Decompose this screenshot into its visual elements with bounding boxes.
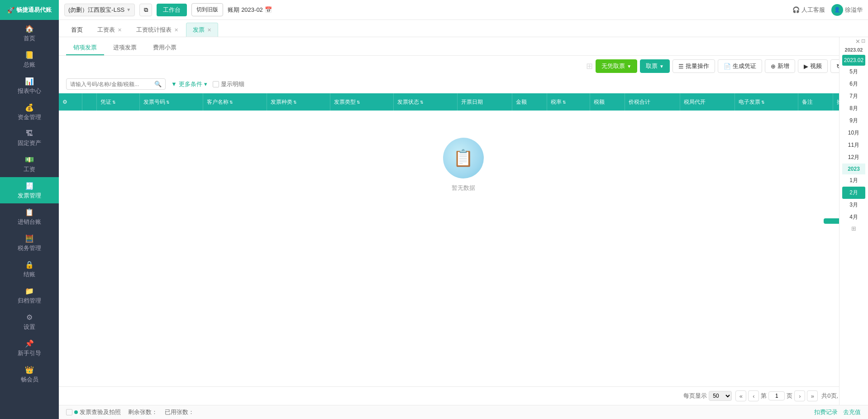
- filter-bar: 🔍 ▼ 更多条件 ▾ 显示明细: [59, 77, 868, 93]
- scroll-down-icon[interactable]: ⊞: [842, 223, 865, 234]
- date-month-10月[interactable]: 10月: [842, 127, 865, 139]
- sidebar-item-archive[interactable]: 📁归档管理: [0, 282, 59, 308]
- date-month-7月[interactable]: 7月: [842, 90, 865, 102]
- more-conditions-button[interactable]: ▼ 更多条件 ▾: [171, 80, 207, 88]
- search-icon[interactable]: 🔍: [154, 81, 162, 87]
- user-profile[interactable]: 👤 徐溢华: [831, 4, 863, 16]
- date-month-3月[interactable]: 3月: [842, 199, 865, 211]
- tab-label: 首页: [71, 26, 83, 34]
- generate-voucher-button[interactable]: 📄 生成凭证: [718, 59, 762, 73]
- workbench-button[interactable]: 工作台: [157, 4, 187, 16]
- sidebar-item-settings[interactable]: ⚙设置: [0, 308, 59, 335]
- get-ticket-button[interactable]: 取票 ▼: [640, 59, 670, 73]
- sidebar-item-home[interactable]: 🏠首页: [0, 20, 59, 46]
- open-period-button[interactable]: 开账日期: [824, 218, 839, 224]
- col-invoice_category[interactable]: 发票类型⇅: [330, 93, 394, 111]
- col-electronic[interactable]: 电子发票⇅: [735, 93, 798, 111]
- verify-checkbox[interactable]: [66, 409, 72, 415]
- col-tax: 税额: [590, 93, 625, 111]
- batch-operation-button[interactable]: ☰ 批量操作: [672, 59, 715, 73]
- col-voucher[interactable]: 凭证⇅: [96, 93, 139, 111]
- ledger-icon: 📒: [25, 51, 34, 59]
- prev-page-button[interactable]: ‹: [748, 390, 759, 401]
- show-detail-toggle[interactable]: 显示明细: [213, 80, 244, 88]
- sidebar-item-invoice[interactable]: 🧾发票管理: [0, 177, 59, 203]
- view-toggle-icon[interactable]: ⊞: [586, 61, 593, 71]
- tab-close-icon[interactable]: ✕: [207, 27, 211, 33]
- sidebar-label: 发票管理: [18, 192, 41, 200]
- sidebar-item-capital[interactable]: 💰资金管理: [0, 99, 59, 125]
- copy-button[interactable]: ⧉: [139, 4, 152, 16]
- page-label: 第: [761, 392, 767, 400]
- sidebar-label: 固定资产: [18, 139, 41, 147]
- calendar-icon[interactable]: 📅: [265, 6, 272, 13]
- date-panel-close-button[interactable]: ✕: [855, 38, 860, 45]
- date-month-1月[interactable]: 1月: [842, 174, 865, 187]
- search-input[interactable]: [70, 81, 152, 87]
- date-month-12月[interactable]: 12月: [842, 151, 865, 164]
- date-month-8月[interactable]: 8月: [842, 102, 865, 115]
- video-icon: ▶: [804, 63, 808, 70]
- subtab-expense-receipt[interactable]: 费用小票: [146, 41, 184, 55]
- sidebar-label: 总账: [24, 61, 35, 69]
- date-panel-close-row: ✕ ⊡: [839, 37, 868, 45]
- old-version-button[interactable]: 切到旧版: [191, 3, 223, 16]
- content-area: 销项发票进项发票费用小票 ⊞ 无凭取票 ▼ 取票 ▼ ☰ 批量操作 📄: [59, 37, 868, 405]
- tax-icon: 🧮: [25, 234, 34, 243]
- date-month-4月[interactable]: 4月: [842, 211, 865, 223]
- maximize-icon[interactable]: ⊡: [861, 38, 865, 45]
- sidebar-label: 畅会员: [21, 376, 38, 384]
- date-selected[interactable]: 2023.02: [842, 55, 865, 66]
- status-dot: [74, 410, 78, 414]
- page-input[interactable]: [768, 391, 785, 400]
- last-page-button[interactable]: »: [807, 390, 818, 401]
- page-unit: 页: [787, 392, 792, 400]
- support-button[interactable]: 🎧 人工客服: [792, 6, 825, 14]
- sidebar-item-guide[interactable]: 📌新手引导: [0, 335, 59, 361]
- new-button[interactable]: ⊕ 新增: [765, 59, 795, 73]
- tab-salary-table[interactable]: 工资表✕: [91, 23, 129, 37]
- sidebar-item-salary[interactable]: 💵工资: [0, 151, 59, 177]
- sidebar-label: 税务管理: [18, 244, 41, 252]
- tab-close-icon[interactable]: ✕: [174, 27, 178, 33]
- pagination: 每页显示 501020100 « ‹ 第 页 › » 共0页, 0条记录: [59, 386, 868, 405]
- tab-invoice[interactable]: 发票✕: [186, 23, 218, 37]
- company-selector[interactable]: (勿删）江西股宝-LSS ▼: [64, 4, 135, 16]
- col-invoice_no[interactable]: 发票号码⇅: [140, 93, 203, 111]
- sidebar-item-reports[interactable]: 📊报表中心: [0, 72, 59, 99]
- date-month-6月[interactable]: 6月: [842, 78, 865, 90]
- video-button[interactable]: ▶ 视频: [798, 59, 828, 73]
- col-tax_rate[interactable]: 税率⇅: [547, 93, 590, 111]
- col-customer[interactable]: 客户名称⇅: [203, 93, 267, 111]
- col-invoice_status[interactable]: 发票状态⇅: [394, 93, 457, 111]
- date-month-5月[interactable]: 5月: [842, 66, 865, 78]
- first-page-button[interactable]: «: [735, 390, 746, 401]
- tab-salary-report[interactable]: 工资统计报表✕: [129, 23, 185, 37]
- subtab-purchase-invoice[interactable]: 进项发票: [106, 41, 144, 55]
- sidebar-item-member[interactable]: 👑畅会员: [0, 361, 59, 387]
- date-month-9月[interactable]: 9月: [842, 115, 865, 127]
- invoice-table: ⚙凭证⇅发票号码⇅客户名称⇅发票种类⇅发票类型⇅发票状态⇅开票日期金额税率⇅税额…: [59, 93, 868, 219]
- no-cert-button[interactable]: 无凭取票 ▼: [596, 59, 637, 73]
- subtab-sales-invoice[interactable]: 销项发票: [66, 41, 104, 55]
- recharge-link[interactable]: 去充值: [843, 408, 861, 416]
- date-month-2月[interactable]: 2月: [842, 187, 865, 199]
- sidebar-item-close[interactable]: 🔒结账: [0, 256, 59, 282]
- sidebar-item-tax[interactable]: 🧮税务管理: [0, 230, 59, 256]
- member-icon: 👑: [25, 366, 34, 374]
- sidebar-item-assets[interactable]: 🏗固定资产: [0, 125, 59, 151]
- next-page-button[interactable]: ›: [794, 390, 805, 401]
- col-invoice_type[interactable]: 发票种类⇅: [267, 93, 330, 111]
- date-month-11月[interactable]: 11月: [842, 139, 865, 151]
- remain-label: 剩余张数：: [128, 408, 157, 416]
- tab-close-icon[interactable]: ✕: [118, 27, 122, 33]
- sales-icon: 📋: [25, 208, 34, 217]
- tab-home[interactable]: 首页: [64, 23, 90, 37]
- sidebar-item-sales[interactable]: 📋进销台账: [0, 203, 59, 230]
- company-name: (勿删）江西股宝-LSS: [68, 6, 124, 14]
- page-size-dropdown[interactable]: 501020100: [709, 391, 732, 401]
- fee-record-link[interactable]: 扣费记录: [814, 408, 838, 416]
- tab-label: 工资统计报表: [136, 26, 172, 34]
- tab-label: 发票: [193, 26, 205, 34]
- sidebar-item-ledger[interactable]: 📒总账: [0, 46, 59, 72]
